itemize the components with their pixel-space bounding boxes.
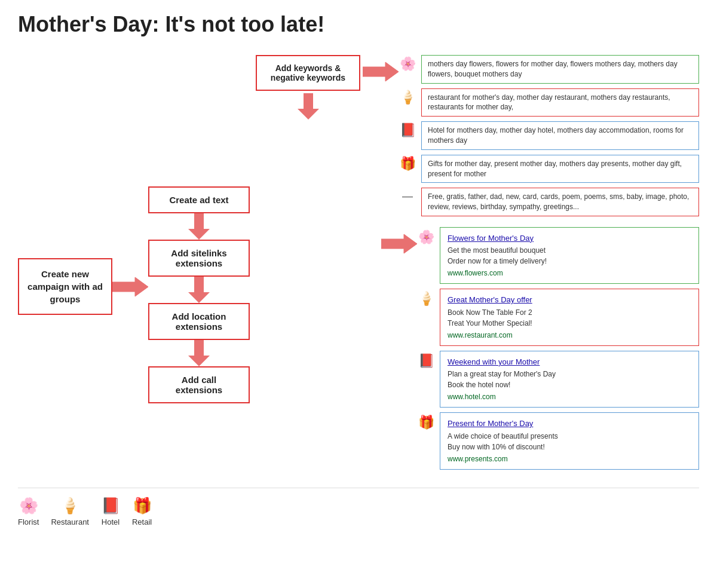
keyword-row-retail: 🎁 Gifts for mother day, present mother d… [399, 155, 699, 183]
ad-row-florist: 🌸 Flowers for Mother's Day Get the most … [417, 227, 699, 284]
legend-hotel-icon: 📕 [101, 497, 120, 515]
ad-row-retail: 🎁 Present for Mother's Day A wide choice… [417, 412, 699, 470]
arrow-down-1 [187, 213, 211, 240]
hotel-keyword-icon: 📕 [399, 122, 416, 138]
svg-marker-4 [298, 93, 319, 120]
florist-keyword-icon: 🌸 [399, 56, 416, 72]
ad-arrow-right [381, 233, 417, 255]
ad-results-wrapper: 🌸 Flowers for Mother's Day Get the most … [381, 227, 699, 470]
legend-restaurant: 🍦 Restaurant [51, 497, 89, 526]
florist-ad-line2: Order now for a timely delivery! [448, 257, 547, 265]
retail-ad-line1: A wide choice of beautiful presents [448, 432, 558, 440]
ad-row-restaurant: 🍦 Great Mother's Day offer Book Now The … [417, 289, 699, 346]
legend-florist: 🌸 Florist [18, 497, 39, 526]
retail-keyword-box: Gifts for mother day, present mother day… [421, 155, 699, 183]
keywords-arrow-down [296, 93, 320, 120]
svg-marker-3 [188, 340, 210, 366]
hotel-ad-icon: 📕 [417, 353, 435, 369]
keywords-section: Add keywords & negative keywords 🌸 mothe… [256, 55, 699, 216]
campaign-arrow-right [112, 276, 148, 298]
florist-ad-icon: 🌸 [417, 229, 435, 245]
florist-keyword-box: mothers day flowers, flowers for mother … [421, 55, 699, 84]
negative-keyword-box: Free, gratis, father, dad, new, card, ca… [421, 188, 699, 216]
hotel-ad-line1: Plan a great stay for Mother's Day [448, 370, 556, 378]
svg-marker-2 [188, 277, 210, 303]
bottom-legend: 🌸 Florist 🍦 Restaurant 📕 Hotel 🎁 Retail [18, 488, 699, 526]
negative-keyword-row: — Free, gratis, father, dad, new, card, … [399, 188, 699, 216]
florist-ad-line1: Get the most beautiful bouquet [448, 246, 546, 255]
hotel-ad-line2: Book the hotel now! [448, 381, 510, 389]
svg-marker-6 [381, 234, 417, 253]
campaign-box: Create new campaign with ad groups [18, 258, 112, 315]
restaurant-ad-line1: Book Now The Table For 2 [448, 308, 532, 317]
right-content: Add keywords & negative keywords 🌸 mothe… [256, 55, 699, 470]
arrow-down-2 [187, 277, 211, 303]
legend-florist-label: Florist [18, 517, 39, 526]
ad-row-hotel: 📕 Weekend with your Mother Plan a great … [417, 351, 699, 408]
retail-ad-line2: Buy now with 10% of discount! [448, 443, 545, 451]
retail-ad-url: www.presents.com [448, 454, 691, 464]
retail-keyword-icon: 🎁 [399, 156, 416, 172]
keywords-label-wrapper: Add keywords & negative keywords [256, 55, 360, 120]
legend-hotel: 📕 Hotel [101, 497, 120, 526]
restaurant-ad-url: www.restaurant.com [448, 330, 691, 341]
svg-marker-5 [363, 62, 399, 81]
create-ad-box: Create ad text [148, 186, 250, 213]
svg-marker-1 [188, 213, 210, 240]
legend-restaurant-label: Restaurant [51, 517, 89, 526]
call-box: Add call extensions [148, 366, 250, 403]
keyword-row-hotel: 📕 Hotel for mothers day, mother day hote… [399, 121, 699, 150]
restaurant-ad-box: Great Mother's Day offer Book Now The Ta… [440, 289, 699, 346]
keyword-row-florist: 🌸 mothers day flowers, flowers for mothe… [399, 55, 699, 84]
legend-retail: 🎁 Retail [132, 497, 152, 526]
legend-restaurant-icon: 🍦 [60, 497, 79, 515]
keyword-items: 🌸 mothers day flowers, flowers for mothe… [399, 55, 699, 216]
retail-ad-icon: 🎁 [417, 415, 435, 430]
keyword-row-restaurant: 🍦 restaurant for mother's day, mother da… [399, 88, 699, 117]
middle-column: Create ad text Add sitelinks extensions … [148, 186, 250, 403]
left-column: Create new campaign with ad groups [18, 258, 148, 315]
hotel-keyword-box: Hotel for mothers day, mother day hotel,… [421, 121, 699, 150]
restaurant-ad-title: Great Mother's Day offer [448, 294, 691, 306]
hotel-ad-box: Weekend with your Mother Plan a great st… [440, 351, 699, 408]
restaurant-ad-icon: 🍦 [417, 291, 435, 307]
sitelinks-box: Add sitelinks extensions [148, 240, 250, 277]
location-box: Add location extensions [148, 303, 250, 340]
arrow-down-3 [187, 340, 211, 366]
legend-florist-icon: 🌸 [19, 497, 38, 515]
retail-ad-box: Present for Mother's Day A wide choice o… [440, 412, 699, 470]
hotel-ad-title: Weekend with your Mother [448, 356, 691, 368]
negative-keyword-icon: — [399, 190, 416, 203]
florist-ad-title: Flowers for Mother's Day [448, 232, 691, 244]
ad-results: 🌸 Flowers for Mother's Day Get the most … [417, 227, 699, 470]
keywords-label-box: Add keywords & negative keywords [256, 55, 360, 91]
hotel-ad-url: www.hotel.com [448, 391, 691, 402]
restaurant-ad-line2: Treat Your Mother Special! [448, 319, 532, 327]
page-title: Mother's Day: It's not too late! [18, 12, 699, 37]
restaurant-keyword-box: restaurant for mother's day, mother day … [421, 88, 699, 117]
legend-retail-icon: 🎁 [133, 497, 152, 515]
legend-hotel-label: Hotel [102, 517, 120, 526]
florist-ad-box: Flowers for Mother's Day Get the most be… [440, 227, 699, 284]
retail-ad-title: Present for Mother's Day [448, 418, 691, 430]
legend-retail-label: Retail [132, 517, 152, 526]
svg-marker-0 [112, 277, 148, 296]
florist-ad-url: www.flowers.com [448, 268, 691, 278]
restaurant-keyword-icon: 🍦 [399, 90, 416, 105]
keywords-arrow-right [363, 61, 399, 82]
